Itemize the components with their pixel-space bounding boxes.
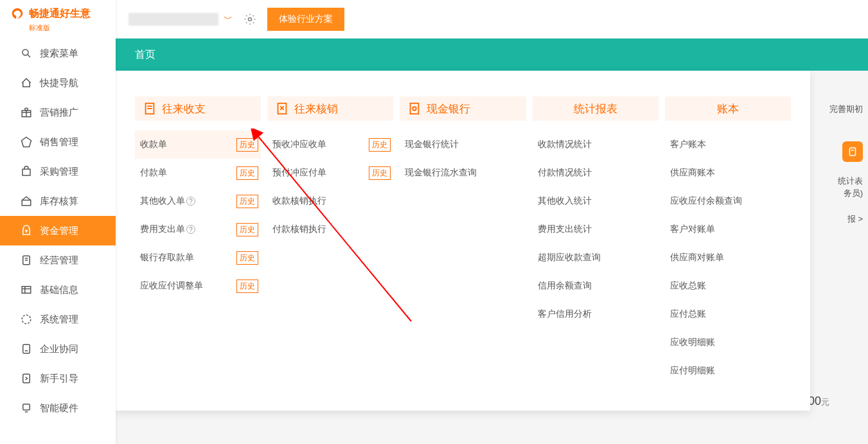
- menu-item-label: 现金银行统计: [405, 139, 459, 150]
- sidebar-item-collab[interactable]: 企业协同: [0, 334, 116, 364]
- sidebar-item-label: 经营管理: [40, 254, 78, 267]
- sidebar-item-marketing[interactable]: 营销推广: [0, 98, 116, 127]
- menu-item[interactable]: 预收冲应收单历史: [267, 130, 393, 159]
- sys-icon: [21, 314, 32, 325]
- history-tag[interactable]: 历史: [236, 280, 258, 293]
- menu-item[interactable]: 其他收入统计: [533, 187, 659, 215]
- menu-item[interactable]: 付款单历史: [135, 159, 261, 187]
- help-icon[interactable]: ?: [186, 197, 195, 206]
- svg-rect-27: [850, 148, 856, 155]
- svg-point-20: [249, 17, 252, 21]
- menu-item[interactable]: 现金银行统计: [400, 130, 526, 159]
- menu-item[interactable]: 信用余额查询: [533, 272, 659, 300]
- col-income-expense: 往来收支 收款单历史付款单历史其他收入单?历史费用支出单?历史银行存取款单历史应…: [135, 96, 261, 385]
- svg-rect-6: [22, 169, 30, 175]
- svg-rect-17: [23, 374, 30, 383]
- menu-item[interactable]: 预付冲应付单历史: [267, 159, 393, 187]
- history-tag[interactable]: 历史: [236, 166, 258, 180]
- menu-item[interactable]: 应收总账: [665, 272, 791, 300]
- right-item-stats-partial[interactable]: 统计表务员): [810, 175, 863, 200]
- menu-item[interactable]: 现金银行流水查询: [400, 159, 526, 187]
- sidebar-item-basicinfo[interactable]: 基础信息: [0, 275, 116, 305]
- menu-item[interactable]: 银行存取款单历史: [135, 244, 261, 272]
- tab-home[interactable]: 首页: [135, 48, 155, 62]
- org-name-blurred: [128, 13, 218, 26]
- menu-item[interactable]: 供应商账本: [665, 159, 791, 187]
- svg-rect-18: [23, 404, 30, 410]
- menu-item-label: 现金银行流水查询: [405, 167, 477, 179]
- menu-item-label: 付款情况统计: [538, 167, 592, 179]
- menu-item-label: 信用余额查询: [538, 280, 592, 292]
- right-item-iconbox[interactable]: [810, 141, 863, 162]
- sidebar-item-purchase[interactable]: 采购管理: [0, 157, 116, 186]
- right-item-initial[interactable]: 完善期初: [810, 103, 863, 116]
- menu-item-label: 费用支出统计: [538, 224, 592, 235]
- menu-item-label: 超期应收款查询: [538, 252, 601, 263]
- menu-item[interactable]: 费用支出单?历史: [135, 215, 261, 244]
- menu-item-label: 客户信用分析: [538, 308, 592, 320]
- hw-icon: [21, 402, 32, 414]
- menu-item[interactable]: 收款单历史: [135, 130, 261, 159]
- menu-item-label: 应收应付余额查询: [670, 195, 742, 207]
- menu-item[interactable]: 应付明细账: [665, 357, 791, 385]
- col-cashbank: 现金银行 现金银行统计现金银行流水查询: [400, 96, 526, 385]
- sidebar-item-label: 搜索菜单: [40, 48, 78, 60]
- menu-item[interactable]: 费用支出统计: [533, 215, 659, 244]
- right-item-report-partial[interactable]: 报 >: [810, 213, 863, 226]
- svg-marker-5: [22, 138, 31, 147]
- industry-plan-button[interactable]: 体验行业方案: [267, 8, 344, 31]
- sidebar-item-funds[interactable]: 资金管理: [0, 216, 116, 245]
- sidebar-item-system[interactable]: 系统管理: [0, 305, 116, 334]
- menu-item[interactable]: 应收应付余额查询: [665, 187, 791, 215]
- col-title: 往来收支: [162, 102, 206, 116]
- bank-icon: [407, 102, 421, 116]
- sidebar-item-guide[interactable]: 新手引导: [0, 364, 116, 393]
- menu-item[interactable]: 客户信用分析: [533, 300, 659, 328]
- menu-item[interactable]: 应付总账: [665, 300, 791, 328]
- menu-item[interactable]: 收款核销执行: [267, 187, 393, 215]
- menu-item[interactable]: 超期应收款查询: [533, 244, 659, 272]
- logo-area: 畅捷通好生意 标准版: [0, 0, 116, 39]
- sidebar-item-label: 基础信息: [40, 284, 78, 296]
- history-tag[interactable]: 历史: [236, 195, 258, 208]
- stock-icon: [21, 195, 32, 207]
- history-tag[interactable]: 历史: [236, 251, 258, 265]
- menu-item-label: 供应商对账单: [670, 252, 724, 263]
- help-icon[interactable]: ?: [186, 225, 195, 234]
- history-tag[interactable]: 历史: [369, 166, 391, 180]
- menu-item[interactable]: 付款核销执行: [267, 215, 393, 244]
- menu-item[interactable]: 收款情况统计: [533, 130, 659, 159]
- bill-icon: [275, 102, 289, 116]
- sidebar-item-business[interactable]: 经营管理: [0, 245, 116, 275]
- sidebar-item-inventory[interactable]: 库存核算: [0, 186, 116, 216]
- history-tag[interactable]: 历史: [236, 138, 258, 152]
- col-writeoff: 往来核销 预收冲应收单历史预付冲应付单历史收款核销执行付款核销执行: [267, 96, 393, 385]
- sidebar-item-label: 销售管理: [40, 136, 78, 148]
- sidebar: 畅捷通好生意 标准版 搜索菜单 快捷导航 营销推广 销售管理 采购管理 库存核算…: [0, 0, 116, 444]
- sidebar-item-search[interactable]: 搜索菜单: [0, 39, 116, 68]
- col-header-ledger: 账本: [665, 96, 791, 121]
- sidebar-item-label: 营销推广: [40, 107, 78, 119]
- history-tag[interactable]: 历史: [236, 223, 258, 236]
- history-tag[interactable]: 历史: [369, 138, 391, 152]
- settings-button[interactable]: [243, 12, 257, 26]
- menu-item[interactable]: 客户对账单: [665, 215, 791, 244]
- menu-item[interactable]: 供应商对账单: [665, 244, 791, 272]
- menu-item[interactable]: 应收明细账: [665, 328, 791, 357]
- sidebar-item-hardware[interactable]: 智能硬件: [0, 393, 116, 423]
- menu-item-label: 客户对账单: [670, 224, 715, 235]
- menu-item[interactable]: 其他收入单?历史: [135, 187, 261, 215]
- menu-item[interactable]: 应收应付调整单历史: [135, 272, 261, 300]
- menu-item-label: 费用支出单: [140, 224, 185, 235]
- sidebar-item-quicknav[interactable]: 快捷导航: [0, 68, 116, 98]
- menu-item[interactable]: 付款情况统计: [533, 159, 659, 187]
- org-dropdown[interactable]: ﹀: [128, 13, 233, 26]
- menu-item[interactable]: 客户账本: [665, 130, 791, 159]
- menu-item-label: 预付冲应付单: [272, 167, 326, 179]
- sidebar-item-sales[interactable]: 销售管理: [0, 127, 116, 157]
- menu-item-label: 收款情况统计: [538, 139, 592, 150]
- receipt-icon: [143, 102, 157, 116]
- menu-item-label: 应收总账: [670, 280, 706, 292]
- col-title: 往来核销: [294, 102, 338, 116]
- brand-badge: 标准版: [29, 23, 106, 33]
